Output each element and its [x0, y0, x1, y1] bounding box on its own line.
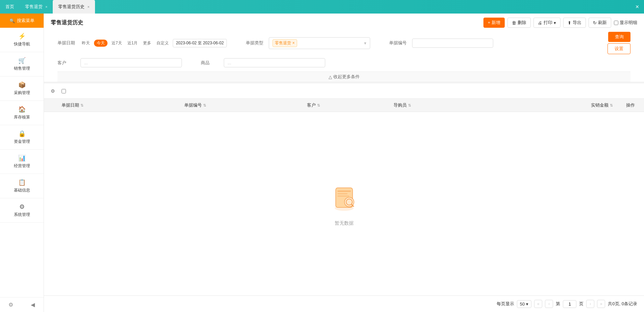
sidebar-item-quick-nav-label: 快捷导航 — [14, 41, 30, 47]
collapse-icon: ◀ — [31, 302, 35, 308]
tab-retail-return-label: 零售退货 — [25, 4, 43, 10]
last-page-icon: » — [600, 302, 602, 306]
sidebar-item-sys-mgmt-label: 系统管理 — [14, 212, 30, 218]
sidebar-item-basic-info[interactable]: 📋 基础信息 — [0, 174, 44, 198]
th-guide[interactable]: 导购员 — [389, 99, 494, 112]
tab-retail-return-history-label: 零售退货历史 — [58, 4, 85, 10]
prev-page-icon: ‹ — [548, 302, 550, 306]
first-page-btn[interactable]: « — [534, 300, 542, 308]
refresh-button[interactable]: ↻ 刷新 — [589, 18, 611, 28]
svg-rect-2 — [337, 191, 351, 192]
page-input[interactable] — [563, 300, 576, 308]
total-text: 共0页, 0条记录 — [608, 301, 637, 307]
query-button[interactable]: 查询 — [608, 32, 630, 42]
th-amount[interactable]: 实销金额 — [494, 99, 617, 112]
empty-state: 暂无数据 — [44, 112, 644, 295]
th-checkbox — [44, 99, 57, 112]
th-actions: 操作 — [617, 99, 644, 112]
svg-rect-4 — [337, 196, 349, 197]
date-btn-more[interactable]: 更多 — [142, 40, 152, 47]
filter-customer-block: 客户 ... — [57, 58, 182, 67]
show-detail-input[interactable] — [614, 21, 618, 25]
last-page-btn[interactable]: » — [597, 300, 605, 308]
sidebar-item-quick-nav[interactable]: ⚡ 快捷导航 — [0, 28, 44, 52]
sidebar-item-purchase-mgmt[interactable]: 📦 采购管理 — [0, 76, 44, 101]
delete-icon: 🗑 — [512, 20, 516, 25]
sidebar-item-inventory-label: 库存核算 — [14, 114, 30, 120]
print-icon: 🖨 — [538, 20, 542, 25]
sidebar-item-ops-mgmt[interactable]: 📊 经营管理 — [0, 150, 44, 174]
date-btn-today[interactable]: 今天 — [94, 40, 108, 47]
delete-button[interactable]: 🗑 删除 — [507, 18, 531, 28]
date-label: 单据日期 — [57, 40, 78, 46]
th-date[interactable]: 单据日期 — [57, 99, 180, 112]
filter-number-block: 单据编号 — [389, 39, 493, 48]
sidebar-item-basic-info-label: 基础信息 — [14, 187, 30, 193]
table-settings-icon[interactable]: ⚙ — [48, 86, 57, 96]
sidebar-collapse-btn[interactable]: ◀ — [22, 300, 44, 309]
tab-retail-return-close[interactable]: × — [45, 5, 47, 9]
customer-label: 客户 — [57, 60, 78, 66]
collapse-button[interactable]: △ 收起更多条件 — [57, 71, 630, 82]
th-actions-label: 操作 — [626, 103, 635, 108]
table-scroll: 单据日期 单据编号 客户 导购员 — [44, 99, 644, 295]
goods-placeholder: ... — [228, 60, 231, 65]
date-btn-7days[interactable]: 近7天 — [110, 40, 123, 47]
sidebar-footer: ⚙ ◀ — [0, 297, 44, 312]
sys-mgmt-icon: ⚙ — [19, 203, 25, 210]
first-page-icon: « — [537, 302, 540, 306]
next-page-icon: › — [590, 302, 591, 306]
goods-select[interactable]: ... — [224, 58, 325, 67]
print-button[interactable]: 🖨 打印 ▾ — [533, 18, 560, 28]
add-button[interactable]: + 新增 — [483, 18, 505, 28]
top-bar: 首页 零售退货 × 零售退货历史 × × — [0, 0, 644, 14]
tab-retail-return-history-close[interactable]: × — [87, 5, 89, 9]
goods-label: 商品 — [201, 60, 221, 66]
date-btn-yesterday[interactable]: 昨天 — [80, 40, 91, 47]
type-select[interactable]: 零售退货 × ▾ — [269, 37, 370, 49]
empty-text: 暂无数据 — [335, 220, 354, 226]
sidebar-item-finance-mgmt-label: 资金管理 — [14, 139, 30, 144]
export-button[interactable]: ⬆ 导出 — [563, 18, 586, 28]
filter-type-block: 单据类型 零售退货 × ▾ — [246, 37, 370, 49]
date-btn-custom[interactable]: 自定义 — [155, 40, 170, 47]
main-layout: 🔍 搜索菜单 ⚡ 快捷导航 🛒 销售管理 📦 采购管理 🏠 库存核算 🔒 — [0, 14, 644, 312]
sidebar-search-label: 搜索菜单 — [17, 18, 34, 24]
next-page-btn[interactable]: › — [586, 300, 594, 308]
table-area: ⚙ 单据日期 单据编号 — [44, 84, 644, 295]
table-toolbar-row: ⚙ — [44, 84, 644, 99]
sidebar-settings-btn[interactable]: ⚙ — [0, 300, 22, 309]
select-all-checkbox[interactable] — [62, 89, 66, 93]
data-table: 单据日期 单据编号 客户 导购员 — [44, 99, 644, 112]
page-size-value: 50 — [520, 302, 525, 307]
tab-retail-return-history[interactable]: 零售退货历史 × — [53, 0, 95, 14]
setting-button[interactable]: 设置 — [607, 43, 630, 54]
tab-home[interactable]: 首页 — [0, 0, 20, 14]
toolbar: + 新增 🗑 删除 🖨 打印 ▾ ⬆ 导出 ↻ — [483, 18, 637, 28]
date-btn-1month[interactable]: 近1月 — [126, 40, 139, 47]
sidebar-item-sys-mgmt[interactable]: ⚙ 系统管理 — [0, 198, 44, 223]
page-size-chevron: ▾ — [526, 302, 528, 307]
table-header: 单据日期 单据编号 客户 导购员 — [44, 99, 644, 112]
table-header-row: 单据日期 单据编号 客户 导购员 — [44, 99, 644, 112]
tab-retail-return[interactable]: 零售退货 × — [20, 0, 53, 14]
show-detail-checkbox[interactable]: 显示明细 — [614, 20, 637, 26]
th-date-label: 单据日期 — [62, 103, 79, 108]
sidebar-item-sales-mgmt[interactable]: 🛒 销售管理 — [0, 52, 44, 76]
type-tag-close[interactable]: × — [292, 41, 295, 45]
page-label: 第 — [556, 301, 560, 307]
filter-area: 单据日期 昨天 今天 近7天 近1月 更多 自定义 2023-06-02 至 2… — [51, 32, 637, 82]
tab-list: 首页 零售退货 × 零售退货历史 × — [0, 0, 630, 14]
customer-select[interactable]: ... — [80, 58, 182, 67]
th-number[interactable]: 单据编号 — [180, 99, 303, 112]
sidebar-item-inventory[interactable]: 🏠 库存核算 — [0, 101, 44, 125]
type-tag: 零售退货 × — [272, 39, 297, 47]
window-close-button[interactable]: × — [630, 0, 644, 14]
page-size-select[interactable]: 50 ▾ — [517, 300, 531, 308]
th-customer[interactable]: 客户 — [303, 99, 389, 112]
number-input[interactable] — [412, 39, 493, 48]
sidebar-search[interactable]: 🔍 搜索菜单 — [0, 14, 44, 28]
sidebar-item-finance-mgmt[interactable]: 🔒 资金管理 — [0, 125, 44, 150]
prev-page-btn[interactable]: ‹ — [545, 300, 553, 308]
date-range-input[interactable]: 2023-06-02 至 2023-06-02 — [173, 39, 226, 47]
